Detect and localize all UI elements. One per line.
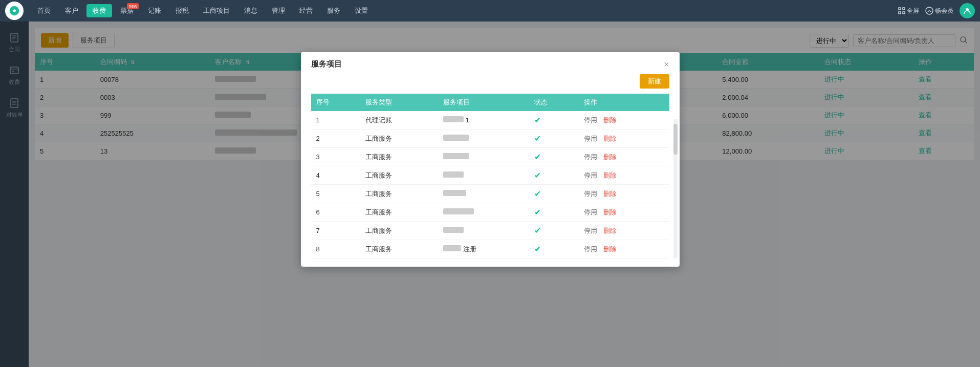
nav-fee[interactable]: 收费 [86, 4, 112, 17]
top-navigation: 首页 客户 收费 票据 new 记账 报税 工商项目 消息 管理 经营 服务 设… [0, 0, 980, 21]
modal-cell-type: 工商服务 [360, 129, 438, 148]
modal-scrollbar[interactable] [673, 119, 678, 258]
modal-col-action: 操作 [579, 94, 669, 111]
modal-cell-item [438, 222, 529, 240]
svg-rect-3 [899, 12, 901, 14]
nav-biz[interactable]: 工商项目 [197, 4, 236, 17]
modal-cell-index: 4 [311, 166, 361, 185]
nav-home[interactable]: 首页 [31, 4, 57, 17]
modal-cell-action: 停用 删除 [579, 203, 669, 222]
stop-button[interactable]: 停用 [584, 116, 597, 124]
modal-cell-status: ✔ [529, 240, 579, 258]
modal-table-row: 8 工商服务 注册 ✔ 停用 删除 [311, 240, 669, 258]
scrollbar-thumb [673, 124, 678, 155]
modal-cell-action: 停用 删除 [579, 129, 669, 148]
modal-cell-action: 停用 删除 [579, 111, 669, 129]
modal-cell-action: 停用 删除 [579, 185, 669, 203]
service-items-table: 序号 服务类型 服务项目 状态 操作 1 代理记账 1 ✔ 停用 [311, 94, 669, 258]
delete-button[interactable]: 删除 [603, 171, 617, 179]
modal-cell-type: 工商服务 [360, 222, 438, 240]
nav-bookkeeping[interactable]: 记账 [142, 4, 167, 17]
avatar[interactable] [960, 3, 975, 18]
modal-cell-item [438, 129, 529, 148]
stop-button[interactable]: 停用 [584, 135, 597, 142]
modal-cell-item [438, 166, 529, 185]
service-items-modal: 服务项目 × 新建 序号 服务类型 服务项目 状态 操作 [301, 52, 680, 267]
nav-manage[interactable]: 管理 [266, 4, 291, 17]
stop-button[interactable]: 停用 [584, 208, 597, 216]
modal-new-button[interactable]: 新建 [640, 74, 669, 89]
modal-table-row: 1 代理记账 1 ✔ 停用 删除 [311, 111, 669, 129]
modal-close-button[interactable]: × [664, 60, 669, 69]
modal-cell-item [438, 203, 529, 222]
nav-tax[interactable]: 报税 [169, 4, 195, 17]
modal-header: 服务项目 × [301, 52, 680, 74]
modal-table-row: 7 工商服务 ✔ 停用 删除 [311, 222, 669, 240]
modal-cell-index: 3 [311, 148, 361, 166]
modal-title: 服务项目 [311, 59, 342, 69]
svg-rect-1 [899, 8, 901, 10]
svg-rect-4 [903, 12, 905, 14]
stop-button[interactable]: 停用 [584, 227, 597, 234]
nav-message[interactable]: 消息 [238, 4, 264, 17]
modal-cell-index: 6 [311, 203, 361, 222]
modal-cell-type: 工商服务 [360, 185, 438, 203]
delete-button[interactable]: 删除 [603, 153, 617, 161]
delete-button[interactable]: 删除 [603, 135, 617, 142]
modal-cell-status: ✔ [529, 129, 579, 148]
modal-cell-action: 停用 删除 [579, 222, 669, 240]
new-badge: new [127, 3, 139, 9]
modal-table-row: 6 工商服务 ✔ 停用 删除 [311, 203, 669, 222]
modal-table-row: 3 工商服务 ✔ 停用 删除 [311, 148, 669, 166]
nav-settings[interactable]: 设置 [349, 4, 374, 17]
modal-cell-index: 7 [311, 222, 361, 240]
nav-ticket[interactable]: 票据 new [114, 4, 140, 17]
modal-cell-action: 停用 删除 [579, 240, 669, 258]
fullscreen-button[interactable]: 全屏 [898, 7, 919, 15]
delete-button[interactable]: 删除 [603, 245, 617, 253]
member-button[interactable]: 畅会员 [925, 7, 953, 15]
modal-cell-type: 工商服务 [360, 203, 438, 222]
nav-customer[interactable]: 客户 [59, 4, 84, 17]
modal-cell-action: 停用 删除 [579, 166, 669, 185]
modal-toolbar: 新建 [311, 74, 669, 89]
nav-economy[interactable]: 经营 [293, 4, 319, 17]
stop-button[interactable]: 停用 [584, 245, 597, 253]
delete-button[interactable]: 删除 [603, 190, 617, 198]
modal-cell-action: 停用 删除 [579, 148, 669, 166]
modal-cell-status: ✔ [529, 185, 579, 203]
modal-col-index: 序号 [311, 94, 361, 111]
modal-cell-type: 工商服务 [360, 148, 438, 166]
stop-button[interactable]: 停用 [584, 153, 597, 161]
modal-cell-type: 工商服务 [360, 240, 438, 258]
modal-cell-status: ✔ [529, 222, 579, 240]
delete-button[interactable]: 删除 [603, 227, 617, 234]
modal-cell-index: 1 [311, 111, 361, 129]
modal-cell-index: 5 [311, 185, 361, 203]
modal-cell-item [438, 185, 529, 203]
modal-table-row: 2 工商服务 ✔ 停用 删除 [311, 129, 669, 148]
nav-items: 首页 客户 收费 票据 new 记账 报税 工商项目 消息 管理 经营 服务 设… [31, 4, 898, 17]
modal-body: 新建 序号 服务类型 服务项目 状态 操作 1 代理记账 [301, 74, 680, 267]
delete-button[interactable]: 删除 [603, 116, 617, 124]
modal-cell-status: ✔ [529, 203, 579, 222]
modal-col-item: 服务项目 [438, 94, 529, 111]
modal-cell-index: 8 [311, 240, 361, 258]
modal-table-row: 4 工商服务 ✔ 停用 删除 [311, 166, 669, 185]
modal-cell-index: 2 [311, 129, 361, 148]
stop-button[interactable]: 停用 [584, 190, 597, 198]
modal-cell-type: 工商服务 [360, 166, 438, 185]
modal-cell-item: 1 [438, 111, 529, 129]
app-logo[interactable] [5, 2, 24, 20]
modal-col-status: 状态 [529, 94, 579, 111]
stop-button[interactable]: 停用 [584, 171, 597, 179]
delete-button[interactable]: 删除 [603, 208, 617, 216]
svg-rect-2 [903, 8, 905, 10]
member-label: 畅会员 [935, 7, 953, 15]
nav-right-actions: 全屏 畅会员 [898, 3, 975, 18]
modal-cell-status: ✔ [529, 111, 579, 129]
fullscreen-label: 全屏 [907, 7, 919, 15]
modal-cell-item: 注册 [438, 240, 529, 258]
modal-col-type: 服务类型 [360, 94, 438, 111]
nav-service[interactable]: 服务 [321, 4, 346, 17]
